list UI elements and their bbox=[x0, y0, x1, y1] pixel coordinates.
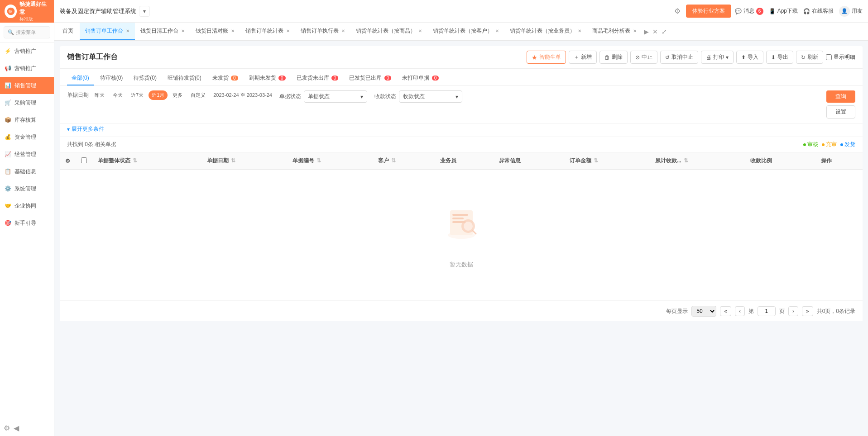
tab-close-sales-workbench[interactable]: ✕ bbox=[126, 28, 129, 33]
date-1month-btn[interactable]: 近1月 bbox=[149, 90, 168, 100]
sidebar-item-quick-nav[interactable]: ⚡ 营销推广 bbox=[0, 43, 54, 60]
date-more-btn[interactable]: 更多 bbox=[169, 90, 186, 100]
subtab-not-printed[interactable]: 未打印单据 0 bbox=[398, 71, 443, 85]
subtab-overdue-ship[interactable]: 到期未发货 0 bbox=[245, 71, 290, 85]
subtab-wangpu[interactable]: 旺铺待发货(0) bbox=[163, 71, 206, 85]
sidebar-item-enterprise[interactable]: 🤝 企业协同 bbox=[0, 197, 54, 214]
tab-cash-daily[interactable]: 钱货日清工作台 ✕ bbox=[135, 23, 190, 40]
subtab-all[interactable]: 全部(0) bbox=[67, 71, 94, 85]
per-page-select[interactable]: 10 20 50 100 bbox=[691, 306, 716, 317]
topbar-right: 💬 消息 6 📱 App下载 🎧 在线客服 👤 用友 bbox=[735, 6, 863, 17]
detail-checkbox-label[interactable]: 显示明细 bbox=[826, 53, 855, 61]
tab-more-button[interactable]: ▶ bbox=[642, 28, 651, 35]
tab-sales-stats[interactable]: 销售订单统计表 ✕ bbox=[240, 23, 295, 40]
subtab-shipped-not-out[interactable]: 已发货未出库 0 bbox=[292, 71, 343, 85]
cancel-audit-button[interactable]: 充审 bbox=[822, 141, 837, 148]
system-dropdown[interactable]: ▾ bbox=[139, 6, 150, 17]
tab-close-sales-exec[interactable]: ✕ bbox=[341, 28, 345, 33]
date-range-text: 2023-02-24 至 2023-03-24 bbox=[213, 92, 272, 99]
sidebar-item-sales[interactable]: 📊 销售管理 bbox=[0, 77, 54, 94]
tab-close-sales-stats[interactable]: ✕ bbox=[286, 28, 290, 33]
tab-goods-customer[interactable]: 销货单统计表（按客户） ✕ bbox=[427, 23, 504, 40]
sidebar-item-basic[interactable]: 📋 基础信息 bbox=[0, 163, 54, 180]
last-page-button[interactable]: » bbox=[802, 306, 813, 316]
delete-button[interactable]: 🗑 删除 bbox=[599, 51, 628, 64]
sidebar-item-guide[interactable]: 🎯 新手引导 bbox=[0, 214, 54, 232]
tab-close-cash-reconcile[interactable]: ✕ bbox=[231, 28, 235, 33]
sidebar-item-operation[interactable]: 📈 经营管理 bbox=[0, 146, 54, 163]
search-menu-button[interactable]: 🔍 搜索菜单 bbox=[4, 26, 50, 38]
subtab-pending-review[interactable]: 待审核(0) bbox=[96, 71, 128, 85]
sidebar-item-finance[interactable]: 💰 资金管理 bbox=[0, 128, 54, 146]
date-7days-btn[interactable]: 近7天 bbox=[128, 90, 147, 100]
sort-customer-icon[interactable]: ⇅ bbox=[391, 157, 396, 164]
smart-order-button[interactable]: ★ 智能生单 bbox=[527, 51, 566, 64]
sort-number-icon[interactable]: ⇅ bbox=[317, 157, 321, 164]
message-button[interactable]: 💬 消息 6 bbox=[735, 7, 763, 15]
sidebar-item-marketing[interactable]: 📢 营销推广 bbox=[0, 60, 54, 77]
sort-date-icon[interactable]: ⇅ bbox=[231, 157, 235, 164]
audit-button[interactable]: 审核 bbox=[803, 141, 818, 148]
prev-page-button[interactable]: ‹ bbox=[735, 306, 745, 316]
sidebar-item-inventory[interactable]: 📦 库存核算 bbox=[0, 111, 54, 128]
tab-goods-staff[interactable]: 销货单统计表（按业务员） ✕ bbox=[504, 23, 587, 40]
user-menu[interactable]: 👤 用友 bbox=[839, 6, 863, 17]
th-checkbox bbox=[76, 152, 92, 170]
payment-select[interactable]: 收款状态 ▾ bbox=[399, 90, 462, 103]
date-yesterday-btn[interactable]: 昨天 bbox=[91, 90, 108, 100]
tab-goods-product[interactable]: 销货单统计表（按商品） ✕ bbox=[350, 23, 427, 40]
tab-sales-exec[interactable]: 销售订单执行表 ✕ bbox=[295, 23, 350, 40]
status-select[interactable]: 单据状态 ▾ bbox=[304, 90, 367, 103]
tab-margin-stats[interactable]: 商品毛利分析表 ✕ bbox=[587, 23, 642, 40]
tab-close-margin-stats[interactable]: ✕ bbox=[633, 28, 637, 33]
tab-close-goods-staff[interactable]: ✕ bbox=[578, 28, 581, 33]
collapse-icon[interactable]: ◀ bbox=[14, 424, 19, 432]
import-button[interactable]: ⬆ 导入 bbox=[736, 51, 763, 64]
first-page-button[interactable]: « bbox=[720, 306, 731, 316]
app-download-button[interactable]: 📱 App下载 bbox=[769, 7, 798, 15]
tab-close-goods-product[interactable]: ✕ bbox=[418, 28, 422, 33]
tab-cash-reconcile[interactable]: 钱货日清对账 ✕ bbox=[190, 23, 240, 40]
subtab-not-shipped[interactable]: 未发货 0 bbox=[208, 71, 243, 85]
sort-amount-icon[interactable]: ⇅ bbox=[594, 157, 598, 164]
settings-bottom-icon[interactable]: ⚙ bbox=[4, 424, 10, 432]
sidebar-item-system[interactable]: ⚙️ 系统管理 bbox=[0, 180, 54, 197]
stop-button[interactable]: ⊘ 中止 bbox=[630, 51, 657, 64]
sort-collected-icon[interactable]: ⇅ bbox=[684, 157, 688, 164]
tab-close-cash-daily[interactable]: ✕ bbox=[181, 28, 185, 33]
date-custom-btn[interactable]: 自定义 bbox=[187, 90, 209, 100]
settings-icon[interactable]: ⚙ bbox=[674, 7, 681, 15]
th-number: 单据编号 ⇅ bbox=[287, 152, 373, 170]
page-input[interactable] bbox=[758, 306, 776, 316]
online-service-button[interactable]: 🎧 在线客服 bbox=[803, 7, 834, 15]
print-button[interactable]: 🖨 打印 ▾ bbox=[701, 51, 734, 64]
date-today-btn[interactable]: 今天 bbox=[110, 90, 126, 100]
tab-home[interactable]: 首页 bbox=[56, 23, 80, 40]
tab-maximize-button[interactable]: ⤢ bbox=[660, 28, 669, 35]
select-all-checkbox[interactable] bbox=[81, 157, 87, 163]
expand-filter-button[interactable]: ▾ 展开更多条件 bbox=[67, 125, 855, 133]
subtab-pending-inspect[interactable]: 待拣货(0) bbox=[129, 71, 161, 85]
export-button[interactable]: ⬇ 导出 bbox=[766, 51, 793, 64]
stats-text: 共找到 0条 相关单据 bbox=[67, 141, 116, 148]
ship-button[interactable]: 发货 bbox=[840, 141, 855, 148]
next-page-button[interactable]: › bbox=[788, 306, 798, 316]
settings-col-icon[interactable]: ⚙ bbox=[65, 158, 70, 164]
detail-checkbox[interactable] bbox=[826, 54, 832, 60]
add-button[interactable]: ＋ 新增 bbox=[569, 51, 597, 64]
tab-close-goods-customer[interactable]: ✕ bbox=[495, 28, 499, 33]
refresh-button[interactable]: ↻ 刷新 bbox=[796, 51, 823, 64]
tab-sales-workbench[interactable]: 销售订单工作台 ✕ bbox=[80, 23, 135, 40]
industry-solution-button[interactable]: 体验行业方案 bbox=[686, 5, 731, 18]
svg-rect-4 bbox=[452, 214, 468, 216]
tab-close-all-button[interactable]: ✕ bbox=[651, 28, 660, 35]
sort-status-icon[interactable]: ⇅ bbox=[133, 157, 137, 164]
settings-button[interactable]: 设置 bbox=[826, 105, 855, 118]
avatar: 👤 bbox=[839, 6, 850, 17]
query-button[interactable]: 查询 bbox=[826, 90, 855, 103]
subtab-shipped-out[interactable]: 已发货已出库 0 bbox=[345, 71, 396, 85]
page-title: 销售订单工作台 bbox=[67, 52, 118, 62]
sidebar-item-purchase[interactable]: 🛒 采购管理 bbox=[0, 94, 54, 111]
cancel-dot bbox=[822, 143, 825, 146]
cancel-stop-button[interactable]: ↺ 取消中止 bbox=[660, 51, 698, 64]
